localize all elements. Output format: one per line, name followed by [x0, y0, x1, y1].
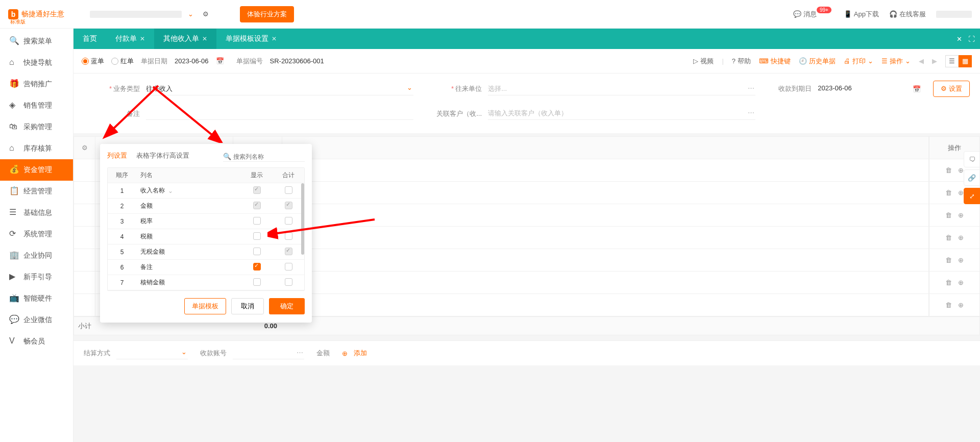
edition-label: 标准版 — [10, 18, 26, 26]
company-selector[interactable]: ⌄ ⚙ — [90, 10, 233, 18]
gear-icon[interactable]: ⚙ — [203, 11, 209, 17]
app-download-button[interactable]: 📱 App下载 — [844, 10, 879, 19]
try-plan-button[interactable]: 体验行业方案 — [240, 6, 294, 22]
chevron-down-icon: ⌄ — [188, 10, 193, 18]
logo: b 畅捷通好生意 — [8, 9, 75, 19]
logo-text: 畅捷通好生意 — [21, 10, 64, 19]
message-icon: 💬 — [793, 11, 801, 17]
online-service-button[interactable]: 🎧 在线客服 — [889, 10, 926, 19]
top-header: b 畅捷通好生意 标准版 ⌄ ⚙ 体验行业方案 💬 消息 99+ 📱 App下载… — [0, 0, 980, 29]
company-name-placeholder — [90, 11, 182, 18]
messages-button[interactable]: 💬 消息 99+ — [793, 10, 834, 19]
user-placeholder — [936, 11, 972, 18]
top-right-actions: 💬 消息 99+ 📱 App下载 🎧 在线客服 — [793, 10, 972, 19]
messages-label: 消息 — [803, 10, 817, 19]
logo-icon: b — [8, 9, 18, 19]
messages-badge: 99+ — [817, 7, 831, 13]
headset-icon: 🎧 — [889, 11, 897, 17]
phone-icon: 📱 — [844, 11, 852, 17]
